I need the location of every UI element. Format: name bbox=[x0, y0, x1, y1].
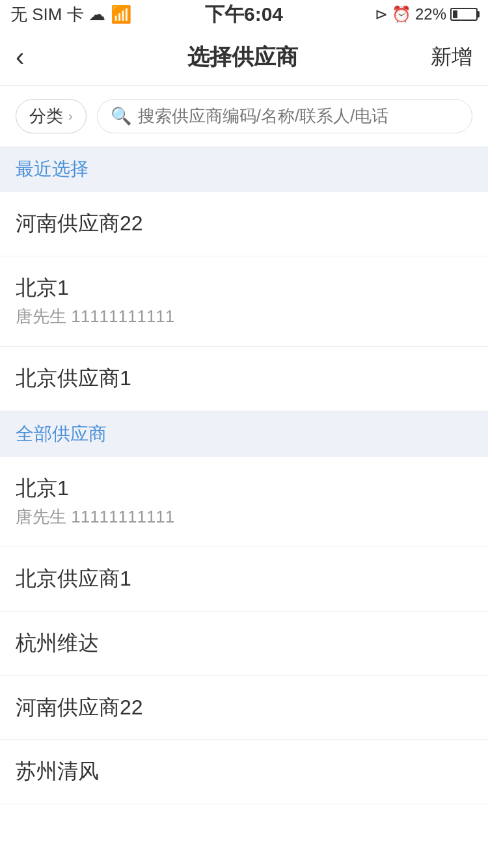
list-item[interactable]: 河南供应商22 bbox=[0, 676, 488, 740]
all-section-label: 全部供应商 bbox=[16, 424, 107, 444]
list-item[interactable]: 河南供应商22 bbox=[0, 192, 488, 256]
back-button[interactable]: ‹ bbox=[16, 42, 55, 72]
page-title: 选择供应商 bbox=[187, 42, 298, 72]
recent-section-label: 最近选择 bbox=[16, 159, 88, 179]
category-label: 分类 bbox=[29, 105, 63, 128]
search-box[interactable]: 🔍 bbox=[97, 99, 472, 133]
list-item[interactable]: 北京供应商1 bbox=[0, 547, 488, 612]
chevron-icon: › bbox=[68, 109, 73, 124]
item-name: 杭州维达 bbox=[16, 630, 472, 657]
item-sub: 唐先生 11111111111 bbox=[16, 305, 472, 328]
add-button[interactable]: 新增 bbox=[431, 43, 472, 72]
item-sub: 唐先生 11111111111 bbox=[16, 506, 472, 528]
battery-fill bbox=[453, 10, 457, 18]
item-name: 河南供应商22 bbox=[16, 210, 472, 237]
sim-status: 无 SIM 卡 ☁ bbox=[10, 3, 105, 26]
search-icon: 🔍 bbox=[111, 106, 131, 126]
status-time: 下午6:04 bbox=[205, 1, 283, 28]
filter-bar: 分类 › 🔍 bbox=[0, 86, 488, 146]
item-name: 北京供应商1 bbox=[16, 565, 472, 593]
recent-section-header: 最近选择 bbox=[0, 146, 488, 192]
all-section-header: 全部供应商 bbox=[0, 411, 488, 457]
battery-percent: 22% bbox=[415, 5, 446, 23]
recent-items-list: 河南供应商22北京1唐先生 11111111111北京供应商1 bbox=[0, 192, 488, 411]
item-name: 北京1 bbox=[16, 275, 472, 302]
search-input[interactable] bbox=[138, 106, 459, 126]
status-left: 无 SIM 卡 ☁ 📶 bbox=[10, 3, 131, 26]
location-icon: ⊳ bbox=[375, 5, 388, 23]
category-filter[interactable]: 分类 › bbox=[16, 99, 87, 133]
battery-icon bbox=[450, 8, 478, 21]
list-item[interactable]: 苏州清风 bbox=[0, 740, 488, 804]
item-name: 河南供应商22 bbox=[16, 694, 472, 722]
item-name: 北京供应商1 bbox=[16, 365, 472, 392]
list-item[interactable]: 杭州维达 bbox=[0, 612, 488, 676]
item-name: 苏州清风 bbox=[16, 758, 472, 785]
all-items-list: 北京1唐先生 11111111111北京供应商1杭州维达河南供应商22苏州清风 bbox=[0, 457, 488, 804]
list-item[interactable]: 北京1唐先生 11111111111 bbox=[0, 457, 488, 548]
alarm-icon: ⏰ bbox=[392, 5, 411, 23]
list-item[interactable]: 北京供应商1 bbox=[0, 347, 488, 411]
status-right: ⊳ ⏰ 22% bbox=[375, 5, 478, 23]
status-bar: 无 SIM 卡 ☁ 📶 下午6:04 ⊳ ⏰ 22% bbox=[0, 0, 488, 29]
wifi-icon: 📶 bbox=[111, 5, 131, 25]
list-item[interactable]: 北京1唐先生 11111111111 bbox=[0, 256, 488, 347]
item-name: 北京1 bbox=[16, 475, 472, 502]
nav-bar: ‹ 选择供应商 新增 bbox=[0, 29, 488, 86]
